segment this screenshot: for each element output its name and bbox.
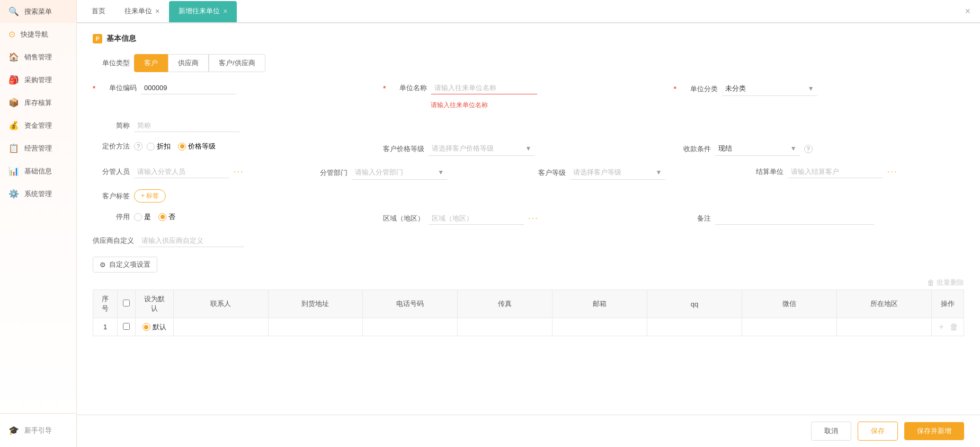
sidebar-label-finance: 资金管理 [24, 121, 52, 130]
radio-yes[interactable]: 是 [134, 212, 151, 222]
dept-select[interactable]: 请输入分管部门 ▼ [352, 165, 447, 180]
address-input[interactable] [274, 323, 358, 331]
tab-new-partner[interactable]: 新增往来单位 × [169, 1, 237, 22]
row-seq: 1 [93, 318, 118, 336]
manager-more-icon[interactable]: ··· [234, 167, 244, 177]
row-region[interactable] [836, 318, 931, 336]
tab-partner[interactable]: 往来单位 × [115, 1, 169, 22]
cancel-button[interactable]: 取消 [811, 422, 851, 441]
pricing-row: 定价方法 ? 折扣 价格等级 客户价格等级 [93, 142, 964, 156]
add-tag-button[interactable]: + 标签 [134, 189, 166, 203]
wechat-input[interactable] [747, 323, 831, 331]
row-check[interactable] [123, 323, 130, 330]
settlement-input[interactable] [788, 165, 883, 178]
chevron-down-icon-5: ▼ [656, 169, 662, 176]
sidebar-item-purchase[interactable]: 🎒 采购管理 [0, 68, 76, 91]
form-content: P 基本信息 单位类型 客户 供应商 客户/供应商 * 单位编码 [77, 23, 980, 415]
remark-input[interactable] [715, 212, 874, 225]
qq-input[interactable] [653, 323, 736, 331]
col-check[interactable] [118, 290, 136, 318]
disable-area-row: 停用 是 否 区域（地区） ··· [93, 212, 964, 225]
unit-type-customer[interactable]: 客户 [134, 54, 168, 72]
unit-type-supplier[interactable]: 供应商 [168, 54, 209, 72]
row-address[interactable] [268, 318, 363, 336]
area-more-icon[interactable]: ··· [528, 214, 538, 223]
chevron-down-icon-2: ▼ [525, 145, 531, 152]
email-input[interactable] [558, 323, 642, 331]
supplier-custom-row: 供应商自定义 [93, 234, 964, 247]
bottom-action-bar: 取消 保存 保存并新增 [77, 415, 980, 447]
radio-price-level-label: 价格等级 [188, 142, 216, 151]
sidebar-label-basic: 基础信息 [24, 166, 52, 176]
row-checkbox[interactable] [118, 318, 136, 336]
supplier-custom-field: 供应商自定义 [93, 234, 964, 247]
area-input[interactable] [429, 212, 524, 225]
short-name-input[interactable] [134, 119, 240, 132]
chevron-down-icon: ▼ [808, 85, 814, 92]
settlement-more-icon[interactable]: ··· [887, 167, 897, 177]
delete-row-icon[interactable]: 🗑 [950, 322, 958, 332]
sidebar-label-sales: 销售管理 [24, 52, 52, 62]
payment-terms-help-icon[interactable]: ? [804, 145, 813, 153]
unit-name-input[interactable] [431, 82, 537, 94]
fax-input[interactable] [463, 323, 547, 331]
row-fax[interactable] [458, 318, 553, 336]
remark-label: 备注 [674, 214, 711, 223]
settlement-field: 结算单位 ··· [746, 165, 964, 178]
row-phone[interactable] [363, 318, 458, 336]
sidebar-label-inventory: 库存核算 [24, 98, 52, 108]
row-email[interactable] [553, 318, 647, 336]
tab-new-partner-label: 新增往来单位 [179, 6, 220, 16]
radio-discount[interactable]: 折扣 [147, 142, 171, 151]
tab-new-partner-close[interactable]: × [223, 7, 227, 15]
sidebar-item-finance[interactable]: 💰 资金管理 [0, 114, 76, 137]
sidebar-item-sales[interactable]: 🏠 销售管理 [0, 46, 76, 68]
unit-category-value: 未分类 [725, 84, 808, 93]
section-basic-info: P 基本信息 [93, 34, 964, 43]
col-contact: 联系人 [173, 290, 268, 318]
sidebar-item-inventory[interactable]: 📦 库存核算 [0, 91, 76, 114]
region-input[interactable] [842, 323, 926, 331]
row-default: 默认 [136, 318, 174, 336]
default-radio[interactable]: 默认 [141, 322, 168, 332]
radio-price-level[interactable]: 价格等级 [178, 142, 216, 151]
finance-icon: 💰 [8, 120, 19, 130]
save-button[interactable]: 保存 [858, 422, 898, 441]
row-qq[interactable] [647, 318, 742, 336]
unit-name-label: 单位名称 [390, 83, 427, 93]
close-all-tabs[interactable]: × [960, 4, 975, 19]
radio-no[interactable]: 否 [158, 212, 175, 222]
save-new-button[interactable]: 保存并新增 [904, 422, 964, 440]
unit-category-select[interactable]: 未分类 ▼ [722, 82, 817, 96]
unit-code-input[interactable] [141, 82, 236, 94]
sidebar-item-guide[interactable]: 🎓 新手引导 [0, 419, 76, 442]
row-contact[interactable] [173, 318, 268, 336]
custom-settings-button[interactable]: ⚙ 自定义项设置 [93, 257, 157, 273]
sidebar-item-search[interactable]: 🔍 搜索菜单 [0, 0, 76, 23]
phone-input[interactable] [368, 323, 452, 331]
tags-row: 客户标签 + 标签 [93, 189, 964, 203]
supplier-custom-input[interactable] [138, 234, 244, 247]
radio-price-level-circle [178, 143, 186, 151]
settings-icon: ⚙ [100, 261, 106, 269]
sidebar-item-system[interactable]: ⚙️ 系统管理 [0, 182, 76, 205]
customer-level-placeholder: 请选择客户等级 [573, 168, 656, 177]
manager-input[interactable] [134, 165, 229, 178]
chevron-down-icon-4: ▼ [438, 169, 444, 176]
short-name-row: 简称 [93, 119, 964, 132]
contact-input[interactable] [179, 323, 263, 331]
customer-price-select[interactable]: 请选择客户价格等级 ▼ [429, 142, 534, 156]
customer-level-select[interactable]: 请选择客户等级 ▼ [570, 165, 665, 180]
radio-discount-label: 折扣 [157, 142, 171, 151]
sidebar-item-basic[interactable]: 📊 基础信息 [0, 160, 76, 182]
price-method-help-icon[interactable]: ? [134, 142, 142, 151]
unit-type-both[interactable]: 客户/供应商 [209, 54, 265, 72]
tab-partner-close[interactable]: × [155, 7, 159, 15]
add-row-icon[interactable]: ＋ [937, 321, 946, 332]
row-wechat[interactable] [742, 318, 837, 336]
sidebar-item-quick-nav[interactable]: ⊙ 快捷导航 [0, 23, 76, 46]
sidebar-item-operation[interactable]: 📋 经营管理 [0, 137, 76, 160]
payment-terms-select[interactable]: 现结 ▼ [715, 142, 800, 156]
tab-home[interactable]: 首页 [82, 1, 115, 22]
select-all-checkbox[interactable] [123, 300, 130, 306]
